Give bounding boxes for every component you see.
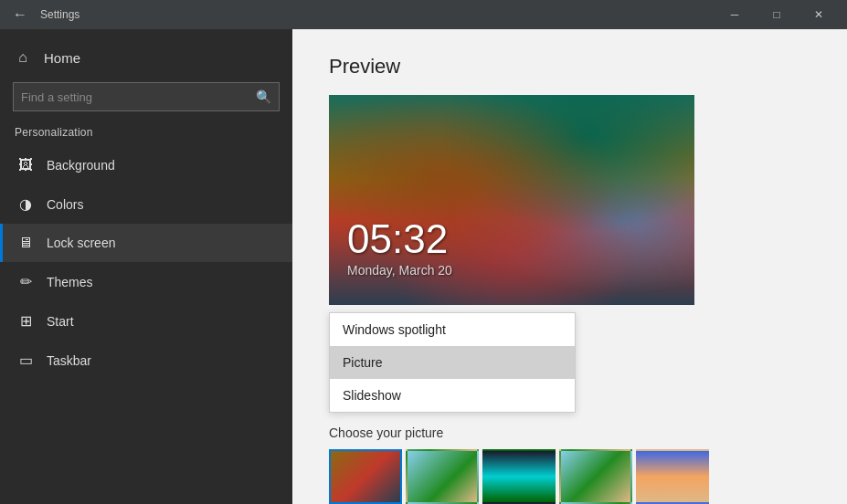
sidebar: ⌂ Home 🔍 Personalization 🖼 Background ◑ … [0, 29, 292, 504]
sidebar-item-themes-label: Themes [47, 275, 93, 289]
thumbnail-5[interactable] [636, 449, 709, 504]
option-windows-spotlight[interactable]: Windows spotlight [330, 313, 575, 346]
sidebar-item-start[interactable]: ⊞ Start [0, 301, 292, 341]
sidebar-item-background-label: Background [47, 158, 115, 173]
section-label: Personalization [0, 122, 292, 146]
background-icon: 🖼 [17, 157, 34, 173]
preview-overlay: 05:32 Monday, March 20 [347, 219, 452, 278]
search-button[interactable]: 🔍 [256, 89, 271, 104]
sidebar-item-background[interactable]: 🖼 Background [0, 146, 292, 184]
sidebar-item-colors[interactable]: ◑ Colors [0, 184, 292, 224]
sidebar-item-themes[interactable]: ✏ Themes [0, 262, 292, 301]
close-button[interactable]: ✕ [798, 0, 840, 29]
minimize-button[interactable]: ─ [714, 0, 756, 29]
preview-title: Preview [329, 55, 810, 79]
sidebar-item-start-label: Start [47, 314, 74, 329]
window-controls: ─ □ ✕ [714, 0, 840, 29]
content-area: Preview 05:32 Monday, March 20 Windows s… [292, 29, 847, 504]
sidebar-item-colors-label: Colors [47, 197, 83, 212]
preview-date: Monday, March 20 [347, 263, 452, 278]
choose-picture-label: Choose your picture [329, 425, 810, 440]
background-type-dropdown[interactable]: Windows spotlight Picture Slideshow [329, 312, 576, 413]
sidebar-home-label: Home [44, 50, 80, 66]
preview-time: 05:32 [347, 219, 452, 259]
search-box[interactable]: 🔍 [13, 82, 280, 111]
maximize-button[interactable]: □ [756, 0, 798, 29]
preview-image: 05:32 Monday, March 20 [329, 95, 694, 305]
thumbnail-1[interactable] [329, 449, 402, 504]
sidebar-item-home[interactable]: ⌂ Home [0, 40, 292, 75]
thumbnail-3[interactable] [482, 449, 556, 504]
back-button[interactable]: ← [7, 2, 33, 27]
sidebar-item-lock-screen[interactable]: 🖥 Lock screen [0, 224, 292, 262]
thumbnail-2[interactable] [406, 449, 479, 504]
colors-icon: ◑ [17, 195, 34, 213]
thumbnail-strip [329, 449, 810, 504]
search-input[interactable] [21, 90, 256, 104]
taskbar-icon: ▭ [17, 352, 34, 369]
option-picture[interactable]: Picture [330, 346, 575, 379]
thumbnail-4[interactable] [559, 449, 632, 504]
option-slideshow[interactable]: Slideshow [330, 379, 575, 412]
home-icon: ⌂ [15, 49, 31, 66]
titlebar: ← Settings ─ □ ✕ [0, 0, 847, 29]
sidebar-item-taskbar[interactable]: ▭ Taskbar [0, 341, 292, 380]
lock-screen-icon: 🖥 [17, 235, 34, 251]
start-icon: ⊞ [17, 312, 34, 330]
window-title: Settings [40, 8, 714, 21]
sidebar-item-lock-screen-label: Lock screen [47, 236, 115, 250]
back-icon: ← [13, 6, 27, 23]
sidebar-item-taskbar-label: Taskbar [47, 353, 91, 368]
themes-icon: ✏ [17, 273, 34, 290]
main-layout: ⌂ Home 🔍 Personalization 🖼 Background ◑ … [0, 29, 847, 504]
